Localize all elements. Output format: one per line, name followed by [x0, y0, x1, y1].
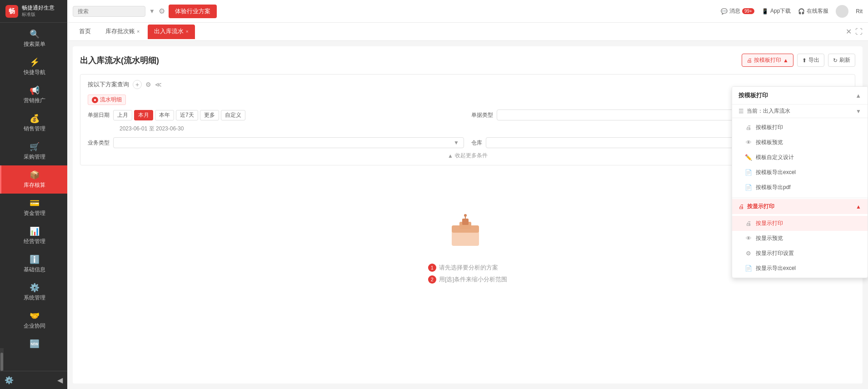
date-option-0[interactable]: 上月 [113, 110, 132, 120]
nav-icon-purchase: 🛒 [30, 142, 40, 152]
topbar-gear-icon[interactable]: ⚙ [159, 7, 165, 15]
date-option-5[interactable]: 自定义 [221, 110, 245, 120]
avatar[interactable] [836, 5, 848, 18]
date-option-1[interactable]: 本月 [134, 110, 153, 120]
filter-add-button[interactable]: + [133, 80, 142, 89]
template-item-4[interactable]: 📄按模板导出pdf [732, 180, 868, 195]
template-icon-3: 📄 [745, 169, 752, 176]
nav-label-quick: 快捷导航 [24, 69, 45, 76]
display-item-0[interactable]: 🖨按显示打印 [732, 216, 868, 231]
tab-close-batch[interactable]: × [137, 29, 140, 34]
tab-close-flow[interactable]: × [185, 29, 188, 34]
display-item-1[interactable]: 👁按显示预览 [732, 231, 868, 246]
filter-collapse-icon[interactable]: ≪ [155, 81, 162, 88]
date-option-4[interactable]: 更多 [200, 110, 219, 120]
sidebar-item-finance[interactable]: 💳资金管理 [0, 194, 67, 222]
display-item-3[interactable]: 📄按显示导出excel [732, 261, 868, 276]
biz-arrow: ▼ [454, 140, 459, 146]
app-download-button[interactable]: 📱 App下载 [762, 7, 791, 15]
collapse-button[interactable]: ▲ 收起更多条件 [448, 152, 488, 160]
sidebar-item-system[interactable]: ⚙️系统管理 [0, 278, 67, 306]
sidebar-item-purchase[interactable]: 🛒采购管理 [0, 137, 67, 165]
sidebar-scrollbar[interactable] [0, 348, 4, 371]
settings-icon[interactable]: ⚙️ [5, 376, 14, 384]
sidebar-item-marketing[interactable]: 📢营销推广 [0, 81, 67, 109]
template-label-3: 按模板导出excel [756, 169, 796, 176]
display-item-4[interactable]: 📄按显示导出pdf [732, 276, 868, 278]
topbar: ▼ ⚙ 体验行业方案 💬 消息 99+ 📱 App下载 🎧 在线客服 Rit [67, 0, 868, 23]
nav-label-basic: 基础信息 [24, 266, 45, 274]
display-icon-3: 📄 [745, 265, 752, 272]
template-icon-0: 🖨 [745, 124, 752, 131]
collapse-icon[interactable]: ◀ [57, 376, 63, 384]
active-filter-tag[interactable]: ● 流水明细 [88, 95, 126, 105]
current-arrow[interactable]: ▼ [856, 108, 861, 115]
nav-label-purchase: 采购管理 [24, 153, 45, 161]
tab-batch[interactable]: 库存批次账× [99, 25, 146, 39]
print-template-button[interactable]: 🖨 按模板打印 ▲ [742, 54, 793, 67]
trial-button[interactable]: 体验行业方案 [169, 5, 217, 18]
online-service-button[interactable]: 🎧 在线客服 [798, 7, 828, 15]
sidebar-item-inventory[interactable]: 📦库存核算 [0, 165, 67, 194]
date-option-2[interactable]: 本年 [155, 110, 174, 120]
dropdown-close-arrow[interactable]: ▲ [855, 92, 861, 99]
display-section-arrow[interactable]: ▲ [856, 204, 861, 210]
display-item-2[interactable]: ⚙按显示打印设置 [732, 246, 868, 261]
app-label: App下载 [770, 7, 791, 15]
sidebar-item-sales[interactable]: 💰销售管理 [0, 109, 67, 137]
search-input[interactable] [73, 6, 145, 17]
chevron-up-icon: ▲ [783, 57, 788, 64]
biz-type-filter: 业务类型 ▼ [88, 137, 464, 148]
service-label: 在线客服 [807, 7, 828, 15]
username[interactable]: Rit [856, 8, 863, 15]
message-button[interactable]: 💬 消息 99+ [721, 7, 754, 15]
export-button[interactable]: ⬆ 导出 [797, 54, 824, 67]
topbar-arrow-icon[interactable]: ▼ [149, 8, 155, 15]
scroll-thumb [0, 353, 3, 371]
date-option-3[interactable]: 近7天 [176, 110, 198, 120]
display-icon-1: 👁 [745, 235, 752, 242]
tag-label: 流水明细 [100, 96, 122, 104]
app-icon: 📱 [762, 8, 768, 15]
sidebar-item-search[interactable]: 🔍搜索菜单 [0, 25, 67, 53]
template-item-1[interactable]: 👁按模板预览 [732, 135, 868, 150]
tab-close-all[interactable]: ✕ [846, 27, 852, 36]
filter-settings-icon[interactable]: ⚙ [145, 81, 151, 88]
sidebar: 畅 畅捷通好生意 标准版 🔍搜索菜单⚡快捷导航📢营销推广💰销售管理🛒采购管理📦库… [0, 0, 67, 389]
sidebar-item-corp[interactable]: 🤝企业协同 [0, 306, 67, 334]
sidebar-item-operations[interactable]: 📊经营管理 [0, 222, 67, 250]
refresh-button[interactable]: ↻ 刷新 [828, 54, 855, 67]
nav-icon-finance: 💳 [30, 198, 40, 208]
template-item-2[interactable]: ✏️模板自定义设计 [732, 150, 868, 165]
nav-icon-corp: 🤝 [30, 311, 40, 321]
tab-expand[interactable]: ⛶ [855, 28, 863, 36]
template-item-3[interactable]: 📄按模板导出excel [732, 165, 868, 180]
message-label: 消息 [729, 7, 740, 15]
date-label: 单据日期 [88, 111, 110, 119]
biz-type-select[interactable]: ▼ [113, 137, 464, 148]
tab-flow[interactable]: 出入库流水× [148, 25, 195, 39]
date-range: 2023-06-01 至 2023-06-30 [120, 125, 184, 132]
current-icon: ☰ [738, 108, 744, 115]
message-badge: 99+ [742, 8, 754, 14]
tab-far-right: ✕ ⛶ [846, 27, 863, 36]
sidebar-item-guide[interactable]: 🆕新手引导 [0, 334, 67, 348]
display-section-header[interactable]: 🖨 按显示打印 ▲ [732, 199, 868, 214]
nav-label-finance: 资金管理 [24, 209, 45, 217]
nav-label-search: 搜索菜单 [24, 40, 45, 48]
template-item-0[interactable]: 🖨按模板打印 [732, 120, 868, 135]
current-label: 当前：出入库流水 [747, 107, 790, 115]
template-label-1: 按模板预览 [756, 139, 783, 146]
display-label-2: 按显示打印设置 [756, 249, 794, 257]
refresh-icon: ↻ [833, 57, 838, 64]
nav-label-marketing: 营销推广 [24, 97, 45, 105]
nav-icon-basic: ℹ️ [30, 254, 40, 264]
export-icon: ⬆ [802, 57, 807, 64]
page-title: 出入库流水(流水明细) [80, 55, 159, 66]
tab-home[interactable]: 首页 [73, 25, 97, 39]
nav-icon-search: 🔍 [30, 29, 40, 39]
sidebar-item-basic[interactable]: ℹ️基础信息 [0, 250, 67, 278]
nav-icon-operations: 📊 [30, 226, 40, 236]
sidebar-item-quick[interactable]: ⚡快捷导航 [0, 53, 67, 81]
nav-icon-system: ⚙️ [30, 283, 40, 293]
